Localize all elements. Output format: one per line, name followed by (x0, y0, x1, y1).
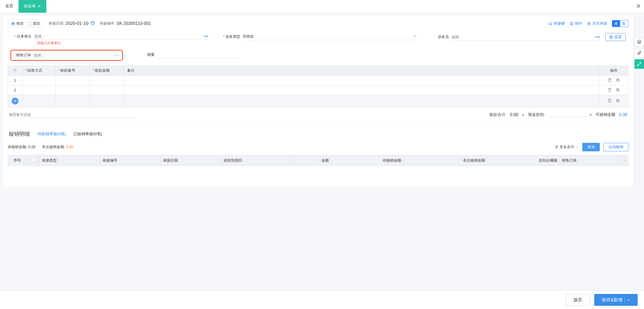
operator-input[interactable] (451, 35, 595, 39)
picker-icon[interactable]: ••• (115, 53, 119, 57)
select-all-checkbox[interactable] (31, 158, 35, 162)
radio-receipt[interactable]: 收款 (11, 21, 24, 26)
doc-date-value[interactable]: 2020-01-10 (65, 21, 88, 26)
filter-icon (555, 145, 558, 149)
settings-button[interactable]: 设置 (605, 33, 626, 41)
tab-pending[interactable]: 待核销单据(0笔) (37, 131, 66, 137)
view-detail-icon[interactable] (620, 20, 628, 27)
summary-input-wrap[interactable] (157, 51, 239, 58)
wo-col-order: 销售订单 (560, 155, 620, 166)
writable-label: 可核销金额 (596, 112, 615, 117)
cell-remark[interactable] (124, 76, 599, 85)
unwritten-value: 0.00 (28, 145, 35, 149)
biztype-label: 业务类型 (225, 34, 240, 39)
keyboard-icon (548, 22, 552, 26)
rail-expand-icon[interactable] (634, 59, 644, 69)
close-all-tabs-icon[interactable]: ✕ (636, 3, 641, 10)
col-gear[interactable] (8, 66, 23, 76)
view-list-icon[interactable] (612, 20, 620, 27)
scroll-arrows[interactable] (620, 155, 628, 166)
row-number: 1 (8, 76, 23, 85)
cell-acct[interactable] (56, 85, 90, 95)
cell-amt[interactable] (90, 76, 124, 85)
add-row-button[interactable]: + (12, 98, 19, 104)
operator-field: 业务员 ••• (428, 34, 600, 40)
svg-rect-4 (570, 24, 571, 25)
delete-row-icon[interactable] (608, 99, 612, 103)
tab-home[interactable]: 首页 (0, 0, 19, 13)
tabs-bar: 首页 收款单 ✕ ✕ (0, 0, 644, 13)
col-acct-header: 收款账号 (60, 68, 75, 72)
radio-refund[interactable]: 退款 (28, 21, 40, 26)
cell-amt[interactable] (90, 95, 124, 107)
table-add-row: + (8, 95, 628, 107)
operator-input-wrap[interactable]: ••• (451, 34, 600, 40)
cash-discount-input[interactable] (549, 113, 586, 117)
wo-col-discount: 折扣分摊额 (487, 155, 560, 166)
wo-col-date: 单据日期 (161, 155, 222, 166)
cell-amt[interactable] (90, 85, 124, 95)
writeoff-header: 核销明细 待核销单据(0笔) 已核销单据(0笔) (8, 130, 628, 143)
operate-link[interactable]: 操作 (570, 21, 582, 26)
sales-order-field: 销售订单 ••• (10, 50, 123, 61)
partner-error: 请输入往来单位 (37, 41, 208, 46)
summary-input[interactable] (157, 52, 239, 57)
main-panel: 收款 退款 单据日期 2020-01-10 单据编号 SK-20200110-0… (3, 15, 633, 187)
delete-row-icon[interactable] (608, 88, 612, 93)
sales-order-input[interactable] (34, 53, 115, 57)
tab-done[interactable]: 已核销单据(0笔) (73, 131, 102, 137)
partner-field: *往来单位 ••• (10, 33, 208, 40)
wo-col-no: 单据编号 (100, 155, 161, 166)
svg-point-9 (611, 37, 612, 38)
cell-settle[interactable] (23, 76, 56, 85)
calendar-icon[interactable] (91, 21, 95, 26)
writable-value: 0.00 (619, 112, 627, 117)
current-value: 0.00 (66, 145, 73, 149)
query-button[interactable]: 查询 (582, 143, 600, 151)
gear-icon (609, 35, 613, 39)
partner-label: 往来单位 (17, 34, 32, 38)
shortcut-link[interactable]: 快捷键 (548, 21, 565, 26)
rail-print-icon[interactable] (634, 37, 644, 47)
form-grid: *往来单位 ••• 请输入往来单位 *业务类型 应收款 业务员 (8, 28, 628, 48)
wo-col-seq: 序号 (8, 155, 26, 166)
cell-remark[interactable] (124, 85, 599, 95)
rail-attach-icon[interactable] (634, 48, 644, 58)
biztype-value: 应收款 (243, 34, 413, 39)
doc-no-value: SK-20200110-001 (117, 21, 151, 26)
cell-acct[interactable] (56, 76, 90, 85)
cash-discount-label: 现金折扣: (528, 112, 545, 117)
copy-row-icon[interactable] (616, 99, 620, 103)
picker-icon[interactable]: ••• (595, 35, 600, 39)
close-icon[interactable]: ✕ (38, 4, 41, 8)
summary-field: 摘要 (133, 51, 239, 58)
cell-acct[interactable] (56, 95, 90, 107)
radio-refund-label: 退款 (33, 21, 40, 26)
copy-row-icon[interactable] (616, 88, 620, 93)
biztype-field: *业务类型 应收款 (219, 33, 417, 40)
partner-input-wrap[interactable]: ••• (34, 33, 208, 40)
partner-field-wrap: *往来单位 ••• 请输入往来单位 (10, 33, 208, 46)
more-filter-link[interactable]: 更多条件 (555, 145, 579, 149)
auto-writeoff-button[interactable]: 自动核销 (603, 143, 628, 151)
total-label: 收款合计: (489, 112, 506, 117)
sales-order-input-wrap[interactable]: ••• (34, 52, 119, 58)
svg-rect-7 (623, 22, 624, 24)
receipt-type-radio-group: 收款 退款 (8, 19, 44, 28)
picker-icon[interactable]: ••• (204, 34, 208, 38)
cell-settle[interactable] (23, 85, 56, 95)
partner-input[interactable] (34, 34, 204, 38)
remark-input[interactable] (9, 111, 136, 118)
cell-settle[interactable] (23, 95, 56, 107)
copy-row-icon[interactable] (616, 78, 620, 83)
tab-receipt[interactable]: 收款单 ✕ (19, 0, 46, 13)
delete-row-icon[interactable] (608, 78, 612, 83)
operator-label: 业务员 (438, 35, 449, 39)
operator-row: 业务员 ••• 设置 (428, 33, 626, 41)
grid-icon (570, 22, 574, 26)
cell-remark[interactable] (124, 95, 599, 107)
biztype-select[interactable]: 应收款 (243, 33, 417, 40)
plus-sign: + (522, 112, 524, 117)
radio-receipt-label: 收款 (16, 21, 24, 26)
history-link[interactable]: 历史单据 (587, 21, 607, 26)
